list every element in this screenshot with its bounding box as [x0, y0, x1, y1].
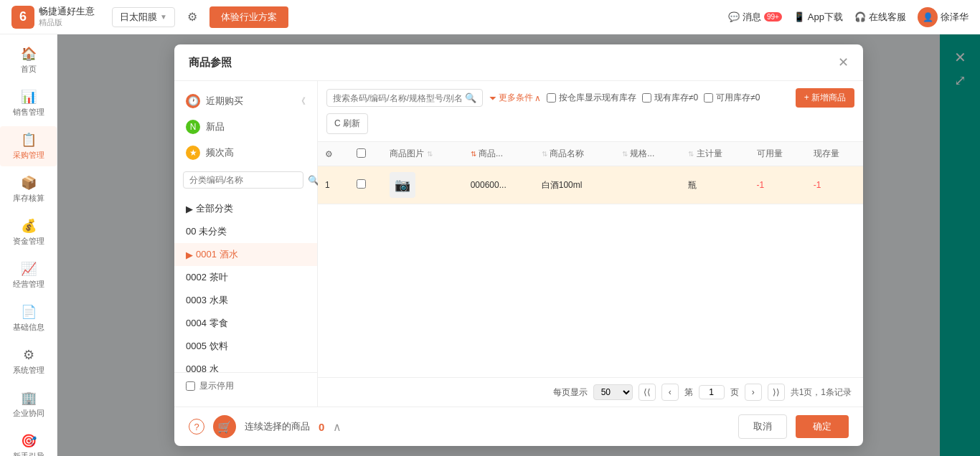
modal-title: 商品参照	[189, 56, 232, 70]
cell-stock: -1	[806, 166, 863, 204]
row-checkbox[interactable]	[357, 179, 366, 189]
app-download-item[interactable]: 📱 App下载	[793, 11, 843, 24]
col-checkbox	[349, 142, 383, 166]
add-product-button[interactable]: + 新增商品	[796, 88, 854, 108]
sidebar-item-guide[interactable]: 🎯 新手引导	[0, 427, 57, 456]
sidebar-item-finance[interactable]: 💰 资金管理	[0, 212, 57, 252]
recent-purchase-item[interactable]: 🕐 近期购买 《	[174, 88, 317, 114]
col-image-label: 商品图片	[390, 148, 424, 158]
sidebar-item-operations[interactable]: 📈 经营管理	[0, 255, 57, 295]
col-unit-label: 主计量	[697, 148, 722, 158]
headset-icon: 🎧	[854, 11, 866, 22]
more-filters-btn[interactable]: ⏷ 更多条件 ∧	[489, 92, 541, 104]
select-all-checkbox[interactable]	[357, 148, 366, 158]
logo: 6 畅捷通好生意 精品版	[11, 6, 95, 29]
product-table: ⚙ 商品图片 ⇅ ⇅ 商品...	[318, 142, 863, 204]
sidebar-label-purchase: 采购管理	[13, 150, 44, 161]
messages-item[interactable]: 💬 消息 99+	[728, 11, 782, 24]
chevron-down-icon: ▼	[160, 13, 167, 21]
confirm-button[interactable]: 确定	[796, 415, 849, 438]
cell-name: 白酒100ml	[534, 166, 615, 204]
cart-icon[interactable]: 🛒	[213, 415, 236, 438]
cat-item-liquor[interactable]: ▶ 0001 酒水	[174, 243, 317, 266]
cancel-button[interactable]: 取消	[738, 414, 787, 439]
frequent-item[interactable]: ★ 频次高	[174, 140, 317, 166]
sort-code-icon: ⇅	[471, 150, 476, 158]
sidebar-label-inventory: 库存核算	[13, 193, 44, 204]
cat-label-unclassified: 00 未分类	[186, 225, 227, 238]
refresh-button[interactable]: C 刷新	[326, 113, 368, 134]
prev-page-button[interactable]: ‹	[661, 384, 679, 401]
sidebar-item-sales[interactable]: 📊 销售管理	[0, 83, 57, 123]
recent-purchase-label: 近期购买	[206, 95, 243, 108]
search-btn-icon[interactable]: 🔍	[465, 92, 476, 103]
sidebar-item-inventory[interactable]: 📦 库存核算	[0, 169, 57, 209]
product-search-input[interactable]	[333, 93, 462, 103]
modal-footer: ? 🛒 连续选择的商品 0 ∧ 取消 确定	[174, 407, 863, 446]
sidebar-label-enterprise: 企业协同	[13, 408, 44, 419]
check-current-stock[interactable]	[642, 93, 651, 103]
cat-item-water[interactable]: 0008 水	[174, 358, 317, 372]
topbar-nav: 日太阳膜 ▼ ⚙ 体验行业方案	[112, 6, 728, 29]
home-icon: 🏠	[21, 46, 37, 62]
check-available-stock-label[interactable]: 可用库存≠0	[704, 92, 760, 104]
purchase-icon: 📋	[21, 132, 37, 148]
sidebar-label-system: 系统管理	[13, 365, 44, 376]
sidebar-item-home[interactable]: 🏠 首页	[0, 40, 57, 80]
enterprise-icon: 🏢	[21, 390, 37, 406]
show-disabled-checkbox[interactable]	[186, 381, 195, 391]
cell-checkbox[interactable]	[349, 166, 383, 204]
user-item[interactable]: 👤 徐泽华	[918, 7, 969, 27]
cat-item-beverage[interactable]: 0005 饮料	[174, 335, 317, 358]
page-unit: 页	[730, 386, 739, 399]
cat-item-snack[interactable]: 0004 零食	[174, 312, 317, 335]
collapse-up-icon[interactable]: ∧	[333, 420, 341, 434]
trial-button[interactable]: 体验行业方案	[209, 6, 288, 28]
online-service-item[interactable]: 🎧 在线客服	[854, 11, 906, 24]
settings-icon[interactable]: ⚙	[181, 6, 204, 29]
page-number-input[interactable]	[699, 385, 725, 399]
frequent-label: 频次高	[206, 146, 234, 159]
per-page-select[interactable]: 20 50 100	[593, 384, 633, 400]
modal-body: 🕐 近期购买 《 N 新品 ★ 频次高	[174, 81, 863, 407]
cell-available: -1	[750, 166, 806, 204]
cat-item-fruit[interactable]: 0003 水果	[174, 289, 317, 312]
cat-search-input[interactable]	[183, 171, 303, 189]
sidebar-item-system[interactable]: ⚙ 系统管理	[0, 341, 57, 381]
sidebar-item-basic[interactable]: 📄 基础信息	[0, 298, 57, 338]
help-icon[interactable]: ?	[189, 419, 204, 434]
cat-item-all[interactable]: ▶ 全部分类	[174, 197, 317, 220]
new-product-item[interactable]: N 新品	[174, 114, 317, 140]
check-current-stock-label[interactable]: 现有库存≠0	[642, 92, 698, 104]
last-page-button[interactable]: ⟩⟩	[768, 384, 785, 401]
check-available-stock[interactable]	[704, 93, 713, 103]
table-row[interactable]: 1 📷 000600... 白酒100ml 瓶	[318, 166, 863, 204]
clock-icon: 🕐	[186, 94, 200, 108]
store-selector[interactable]: 日太阳膜 ▼	[112, 7, 175, 27]
sidebar-label-home: 首页	[21, 64, 37, 75]
next-page-button[interactable]: ›	[745, 384, 762, 401]
online-service-label: 在线客服	[869, 11, 906, 24]
cat-item-tea[interactable]: 0002 茶叶	[174, 266, 317, 289]
col-image: 商品图片 ⇅	[382, 142, 463, 166]
cell-image: 📷	[382, 166, 463, 204]
close-icon[interactable]: ✕	[838, 54, 849, 70]
first-page-button[interactable]: ⟨⟨	[639, 384, 656, 401]
username: 徐泽华	[941, 11, 969, 24]
more-filters-label: 更多条件	[499, 92, 533, 104]
col-name: ⇅ 商品名称	[534, 142, 615, 166]
check-warehouse[interactable]	[547, 93, 556, 103]
col-available-label: 可用量	[757, 148, 783, 158]
check-warehouse-label[interactable]: 按仓库显示现有库存	[547, 92, 636, 104]
sidebar-item-enterprise[interactable]: 🏢 企业协同	[0, 384, 57, 424]
operations-icon: 📈	[21, 261, 37, 277]
cat-item-unclassified[interactable]: 00 未分类	[174, 220, 317, 243]
col-settings[interactable]: ⚙	[318, 142, 349, 166]
cell-unit: 瓶	[681, 166, 749, 204]
col-stock-label: 现存量	[814, 148, 839, 158]
collapse-icon[interactable]: 《	[297, 95, 306, 108]
sidebar: 🏠 首页 📊 销售管理 📋 采购管理 📦 库存核算 💰 资金管理 📈 经营管理 …	[0, 34, 57, 456]
cat-label-snack: 0004 零食	[186, 317, 228, 330]
sidebar-label-finance: 资金管理	[13, 236, 44, 247]
sidebar-item-purchase[interactable]: 📋 采购管理	[0, 126, 57, 166]
